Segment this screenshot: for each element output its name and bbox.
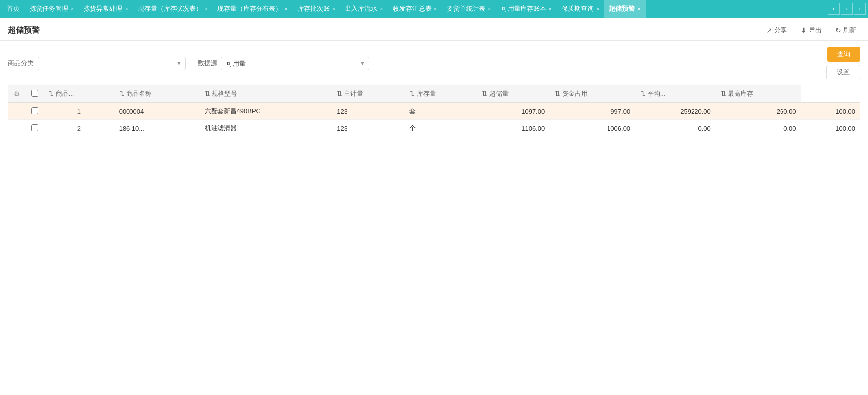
row-capital-0: 259220.00 [635,103,716,120]
nav-more-arrow[interactable]: › [854,3,866,15]
row-product-name-1: 机油滤清器 [200,120,332,137]
refresh-icon: ↻ [835,26,841,34]
row-spec-0: 123 [332,103,404,120]
nav-prev-arrow[interactable]: ‹ [828,3,840,15]
close-nav-batch[interactable]: × [332,6,335,12]
col-overstock[interactable]: ⇅ 超储量 [477,85,550,103]
row-max-stock-0: 100.00 [801,103,860,120]
col-product-code[interactable]: ⇅ 商品... [43,85,114,103]
refresh-button[interactable]: ↻ 刷新 [831,24,860,37]
close-nav-overstock[interactable]: × [637,6,640,12]
close-nav-inout-flow[interactable]: × [380,6,383,12]
col-checkbox-header [26,85,43,103]
datasource-select-wrapper: 可用量 库存量 ▼ [221,57,369,70]
column-settings-icon[interactable]: ⚙ [14,90,20,98]
col-unit[interactable]: ⇅ 主计量 [332,85,404,103]
category-filter-group: 商品分类 ▼ [8,57,186,70]
row-checkbox-0[interactable] [31,107,38,114]
nav-home[interactable]: 首页 [2,0,25,18]
category-label: 商品分类 [8,59,34,68]
close-nav-exception[interactable]: × [125,6,128,12]
nav-next-arrow[interactable]: › [841,3,853,15]
row-settings-0 [8,103,26,120]
row-max-stock-1: 100.00 [801,120,860,137]
row-product-code-1: 186-10... [114,120,200,137]
table-container: ⚙ ⇅ 商品... ⇅ 商品名称 ⇅ 规格型号 [0,85,868,137]
row-avg-0: 260.00 [716,103,801,120]
close-nav-task-mgmt[interactable]: × [71,6,74,12]
datasource-filter-group: 数据源 可用量 库存量 ▼ [198,57,369,70]
row-settings-1 [8,120,26,137]
col-avg[interactable]: ⇅ 平均... [635,85,716,103]
close-nav-available[interactable]: × [549,6,552,12]
table-row: 2 186-10... 机油滤清器 123 个 1106.00 1006.00 … [8,120,860,137]
row-product-code-0: 0000004 [114,103,200,120]
nav-batch[interactable]: 库存批次账 × [293,0,340,18]
close-nav-summary[interactable]: × [434,6,437,12]
export-button[interactable]: ⬇ 导出 [797,24,825,37]
row-stock-1: 1106.00 [477,120,550,137]
close-nav-expiry[interactable]: × [596,6,599,12]
close-nav-stock-dist[interactable]: × [284,6,287,12]
nav-expiry[interactable]: 保质期查询 × [557,0,604,18]
row-unit-0: 套 [404,103,477,120]
table-row: 1 0000004 六配套新昌490BPG 123 套 1097.00 997.… [8,103,860,120]
row-stock-0: 1097.00 [477,103,550,120]
filter-area: 商品分类 ▼ 数据源 可用量 库存量 ▼ 查询 设置 [0,41,868,85]
row-checkbox-1[interactable] [31,124,38,131]
close-nav-stock-status[interactable]: × [205,6,208,12]
top-nav: 首页 拣货任务管理 × 拣货异常处理 × 现存量（库存状况表） × 现存量（库存… [0,0,868,18]
row-product-name-0: 六配套新昌490BPG [200,103,332,120]
row-checkbox-cell-0 [26,103,43,120]
col-capital[interactable]: ⇅ 资金占用 [550,85,635,103]
col-stock[interactable]: ⇅ 库存量 [404,85,477,103]
nav-summary[interactable]: 收发存汇总表 × [388,0,442,18]
row-avg-1: 0.00 [716,120,801,137]
row-num-1: 2 [43,120,114,137]
nav-requisition[interactable]: 要货单统计表 × [442,0,496,18]
row-num-0: 1 [43,103,114,120]
nav-overstock[interactable]: 超储预警 × [604,0,645,18]
nav-stock-status[interactable]: 现存量（库存状况表） × [133,0,213,18]
datasource-label: 数据源 [198,59,217,68]
col-spec[interactable]: ⇅ 规格型号 [200,85,332,103]
nav-stock-dist[interactable]: 现存量（库存分布表） × [213,0,292,18]
col-settings: ⚙ [8,85,26,103]
select-all-checkbox[interactable] [31,90,38,97]
table-header-row: ⚙ ⇅ 商品... ⇅ 商品名称 ⇅ 规格型号 [8,85,860,103]
header-actions: ↗ 分享 ⬇ 导出 ↻ 刷新 [762,24,860,37]
row-capital-1: 0.00 [635,120,716,137]
nav-exception[interactable]: 拣货异常处理 × [79,0,132,18]
category-select-wrapper: ▼ [38,57,186,70]
nav-task-mgmt[interactable]: 拣货任务管理 × [25,0,79,18]
category-select[interactable] [38,57,186,70]
query-button[interactable]: 查询 [827,47,860,62]
col-product-name[interactable]: ⇅ 商品名称 [114,85,200,103]
page-title: 超储预警 [8,25,40,36]
row-unit-1: 个 [404,120,477,137]
nav-inout-flow[interactable]: 出入库流水 × [340,0,388,18]
table-body: 1 0000004 六配套新昌490BPG 123 套 1097.00 997.… [8,103,860,137]
page-container: 超储预警 ↗ 分享 ⬇ 导出 ↻ 刷新 商品分类 ▼ [0,18,868,395]
filter-right-buttons: 查询 设置 [826,47,860,79]
close-nav-requisition[interactable]: × [488,6,491,12]
col-max-stock[interactable]: ⇅ 最高库存 [716,85,801,103]
share-icon: ↗ [766,26,772,34]
row-overstock-0: 997.00 [550,103,635,120]
settings-button[interactable]: 设置 [826,65,860,79]
export-icon: ⬇ [801,26,807,34]
row-checkbox-cell-1 [26,120,43,137]
nav-available[interactable]: 可用量库存账本 × [496,0,557,18]
share-button[interactable]: ↗ 分享 [762,24,791,37]
page-header: 超储预警 ↗ 分享 ⬇ 导出 ↻ 刷新 [0,18,868,41]
row-overstock-1: 1006.00 [550,120,635,137]
data-table: ⚙ ⇅ 商品... ⇅ 商品名称 ⇅ 规格型号 [8,85,860,137]
nav-arrows: ‹ › › [827,3,866,15]
row-spec-1: 123 [332,120,404,137]
datasource-select[interactable]: 可用量 库存量 [221,57,369,70]
